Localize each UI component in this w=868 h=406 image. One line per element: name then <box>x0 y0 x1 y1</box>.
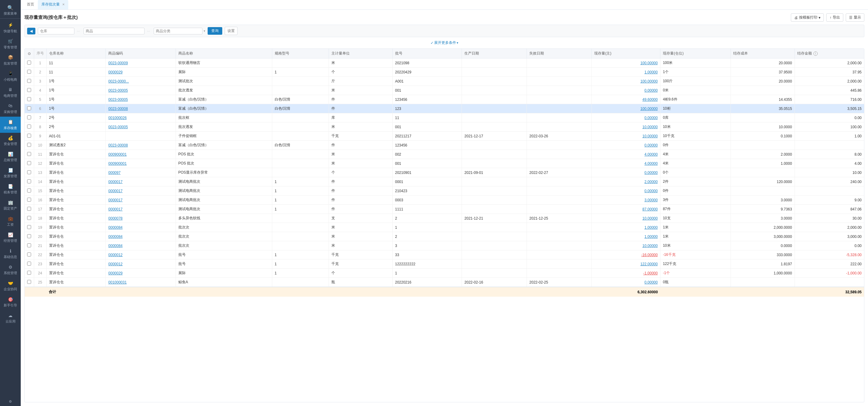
row-check[interactable] <box>25 123 34 132</box>
row-spec: 1 <box>272 187 329 196</box>
sidebar-item-cloud[interactable]: ☁ 云应用 <box>0 310 21 327</box>
sidebar-item-general[interactable]: 📊 总账管理 <box>0 149 21 165</box>
finance-icon: 💰 <box>8 135 13 141</box>
sidebar-item-quicknav[interactable]: ⚡ 快捷导航 <box>0 20 21 36</box>
row-cost: 1.8197 <box>731 260 795 269</box>
sidebar-item-ops[interactable]: 📈 经营管理 <box>0 230 21 246</box>
row-produce-date <box>462 77 527 86</box>
filter-settings-button[interactable]: 设置 <box>225 27 238 35</box>
footer-label: 合计 <box>46 287 592 297</box>
row-check[interactable] <box>25 159 34 168</box>
inventory-table: ⊙ 序号 仓库名称 商品编码 商品名称 规格型号 主计量单位 批号 生产日期 失… <box>25 49 864 297</box>
table-row: 1 11 0023-00009 软饮通用物言 米 2021098 100.000… <box>25 59 864 68</box>
row-check[interactable] <box>25 104 34 113</box>
toggle-icon: ☰ <box>849 15 852 20</box>
row-batch: 20210901 <box>392 168 462 177</box>
amount-info-icon[interactable]: i <box>813 52 818 56</box>
tab-home[interactable]: 首页 <box>23 0 38 9</box>
inventory-icon: 📋 <box>8 119 13 125</box>
row-unit: 个 <box>329 68 392 77</box>
category-input[interactable] <box>154 28 203 34</box>
row-warehouse: 置诉仓仓 <box>46 260 106 269</box>
row-check[interactable] <box>25 150 34 159</box>
row-check[interactable] <box>25 95 34 104</box>
col-check[interactable]: ⊙ <box>25 49 34 59</box>
search-button[interactable]: 查询 <box>208 27 222 35</box>
row-code: 0023-00005 <box>106 95 176 104</box>
row-num: 13 <box>34 168 46 177</box>
row-produce-date <box>462 269 527 278</box>
collapse-filter-button[interactable]: ◀ <box>27 28 35 34</box>
sidebar-item-inventory[interactable]: 📋 库存核查 <box>0 117 21 133</box>
row-check[interactable] <box>25 187 34 196</box>
row-check[interactable] <box>25 241 34 250</box>
sidebar-item-invoice[interactable]: 🧾 发票管理 <box>0 165 21 181</box>
row-check[interactable] <box>25 205 34 214</box>
sidebar-item-hr[interactable]: 💼 工资 <box>0 213 21 230</box>
sidebar-item-purchase[interactable]: 🛍 采购管理 <box>0 101 21 117</box>
row-warehouse: 1号 <box>46 95 106 104</box>
sidebar-item-wholesale[interactable]: 📦 批发管理 <box>0 52 21 68</box>
row-cost: 3.0000 <box>731 196 795 205</box>
sidebar-item-assets[interactable]: 🏢 固定资产 <box>0 197 21 213</box>
row-spec <box>272 132 329 141</box>
row-check[interactable] <box>25 132 34 141</box>
tab-close-icon[interactable]: ✕ <box>62 3 65 6</box>
row-check[interactable] <box>25 269 34 278</box>
row-check[interactable] <box>25 250 34 260</box>
sidebar-item-ecommerce[interactable]: 🖥 电商管理 <box>0 84 21 101</box>
print-button[interactable]: 🖨 按模板打印 ▾ <box>791 13 824 22</box>
search-label: 查询 <box>211 29 219 33</box>
row-qty-main: 0.00000 <box>592 278 660 287</box>
sidebar-item-tax[interactable]: 📑 税务管理 <box>0 181 21 197</box>
expand-conditions-button[interactable]: ✓ 展开更多条件 ▾ <box>431 40 458 45</box>
row-check[interactable] <box>25 196 34 205</box>
warehouse-input[interactable] <box>38 28 74 34</box>
row-check[interactable] <box>25 177 34 187</box>
toggle-button[interactable]: ☰ 显示 <box>846 13 864 22</box>
sidebar-item-micro[interactable]: 📱 小程电商 <box>0 68 21 84</box>
row-unit: 千克 <box>329 132 392 141</box>
row-produce-date <box>462 59 527 68</box>
footer-store-empty <box>660 287 731 297</box>
row-warehouse: 1号 <box>46 104 106 113</box>
row-check[interactable] <box>25 260 34 269</box>
row-amount: 847.06 <box>795 205 864 214</box>
row-check[interactable] <box>25 68 34 77</box>
row-name: 软饮通用物言 <box>176 59 272 68</box>
row-check[interactable] <box>25 59 34 68</box>
row-check[interactable] <box>25 113 34 123</box>
sidebar-item-collab[interactable]: 🤝 企业协同 <box>0 278 21 294</box>
row-qty-main: 122.00000 <box>592 260 660 269</box>
sidebar-item-base[interactable]: ℹ 基础信息 <box>0 246 21 262</box>
row-warehouse: 2号 <box>46 113 106 123</box>
tab-inventory-batch[interactable]: 库存批次量 ✕ <box>38 0 68 9</box>
row-qty-store: 0库 <box>660 113 731 123</box>
row-check[interactable] <box>25 232 34 241</box>
row-amount: 222.00 <box>795 260 864 269</box>
sidebar-item-sys[interactable]: ⚙ 系统管理 <box>0 262 21 278</box>
row-check[interactable] <box>25 86 34 95</box>
sidebar-search[interactable]: 🔍 搜索菜单 <box>0 2 21 19</box>
row-warehouse: A01-01 <box>46 132 106 141</box>
export-icon: ↑ <box>830 15 831 20</box>
row-warehouse: 置诉仓仓 <box>46 150 106 159</box>
product-input[interactable] <box>84 28 145 34</box>
row-check[interactable] <box>25 278 34 287</box>
row-code: 0000017 <box>106 177 176 187</box>
row-amount <box>795 187 864 196</box>
row-code: 0023-00008 <box>106 141 176 150</box>
row-check[interactable] <box>25 168 34 177</box>
sidebar-settings[interactable]: ⚙ <box>0 397 21 406</box>
sidebar-item-retail[interactable]: 🛒 零售管理 <box>0 36 21 52</box>
sidebar-item-finance[interactable]: 💰 资金管理 <box>0 133 21 149</box>
ecommerce-label: 电商管理 <box>4 94 17 98</box>
row-check[interactable] <box>25 214 34 223</box>
row-spec: 白色/沉情 <box>272 95 329 104</box>
sidebar-item-newbie[interactable]: 🎯 新手引导 <box>0 294 21 310</box>
row-check[interactable] <box>25 223 34 232</box>
hr-icon: 💼 <box>8 216 13 222</box>
export-button[interactable]: ↑ 导出 <box>826 13 843 22</box>
row-check[interactable] <box>25 141 34 150</box>
row-check[interactable] <box>25 77 34 86</box>
